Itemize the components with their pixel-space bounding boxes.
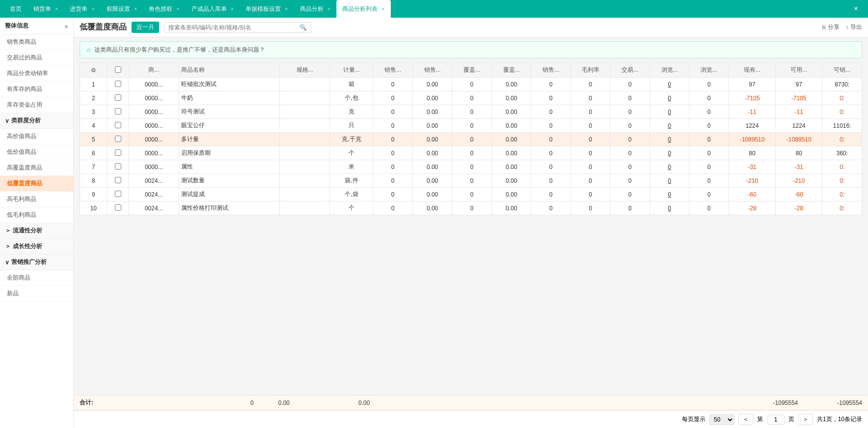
th-salable[interactable]: 可销... — [822, 63, 862, 78]
close-icon[interactable]: × — [134, 0, 137, 18]
export-button[interactable]: ↑ 导出 — [845, 23, 862, 31]
nav-permission-settings[interactable]: 权限设置 × — [101, 0, 143, 18]
row-select-checkbox[interactable] — [115, 122, 121, 128]
sidebar-item-low-coverage[interactable]: 低覆盖度商品 — [0, 176, 73, 192]
share-button[interactable]: ⎘ 分享 — [822, 23, 840, 31]
row-select-checkbox[interactable] — [115, 177, 121, 183]
nav-finished-goods[interactable]: 产成品入库单 × — [186, 0, 240, 18]
row-view1[interactable]: 0 — [650, 188, 689, 201]
sidebar-section-circulation[interactable]: ＞ 流通性分析 — [0, 223, 73, 239]
sidebar-item-traded-goods[interactable]: 交易过的商品 — [0, 50, 73, 66]
sidebar-section-cluster[interactable]: ∨ 类群度分析 — [0, 113, 73, 129]
window-close-button[interactable]: × — [848, 4, 864, 13]
nav-home[interactable]: 首页 — [4, 0, 27, 18]
row-checkbox[interactable] — [107, 188, 129, 201]
sidebar-item-all-goods[interactable]: 全部商品 — [0, 270, 73, 286]
row-view1[interactable]: 0 — [650, 78, 689, 91]
th-view1[interactable]: 浏览... — [650, 63, 689, 78]
close-icon[interactable]: × — [231, 0, 234, 18]
sidebar-item-stock-capital[interactable]: 库存资金占用 — [0, 97, 73, 113]
row-view1[interactable]: 0 — [650, 105, 689, 119]
row-checkbox[interactable] — [107, 105, 129, 119]
row-select-checkbox[interactable] — [115, 81, 121, 87]
sidebar-item-new-goods[interactable]: 新品 — [0, 286, 73, 302]
th-sales-amt[interactable]: 销售... — [412, 63, 452, 78]
col-settings[interactable]: ⚙ — [80, 63, 108, 78]
row-view2: 0 — [689, 174, 729, 188]
th-coverage2[interactable]: 覆盖... — [491, 63, 531, 78]
sidebar-collapse-button[interactable]: « — [64, 22, 68, 30]
th-trans[interactable]: 交易... — [610, 63, 650, 78]
row-select-checkbox[interactable] — [115, 204, 121, 211]
row-select-checkbox[interactable] — [115, 191, 121, 197]
row-view1[interactable]: 0 — [650, 201, 689, 215]
sidebar-item-high-value[interactable]: 高价值商品 — [0, 129, 73, 144]
per-page-select[interactable]: 50 100 200 — [709, 414, 734, 425]
row-select-checkbox[interactable] — [115, 94, 121, 101]
sidebar-item-high-coverage[interactable]: 高覆盖度商品 — [0, 160, 73, 176]
th-margin[interactable]: 毛利率 — [570, 63, 610, 78]
close-icon[interactable]: × — [176, 0, 179, 18]
th-view2[interactable]: 浏览... — [689, 63, 729, 78]
row-select-checkbox[interactable] — [115, 108, 121, 114]
row-select-checkbox[interactable] — [115, 163, 121, 170]
th-unit[interactable]: 计量... — [330, 63, 373, 78]
close-icon[interactable]: × — [285, 0, 288, 18]
th-curr1[interactable]: 现有... — [729, 63, 775, 78]
row-checkbox[interactable] — [107, 146, 129, 160]
settings-icon[interactable]: ⚙ — [91, 67, 96, 74]
nav-goods-analysis[interactable]: 商品分析 × — [294, 0, 336, 18]
row-sales3: 0 — [531, 160, 571, 174]
row-view1[interactable]: 0 — [650, 160, 689, 174]
search-input[interactable] — [168, 24, 298, 31]
row-select-checkbox[interactable] — [115, 136, 121, 142]
nav-purchase-order[interactable]: 进货单 × — [64, 0, 100, 18]
page-number-input[interactable] — [767, 415, 785, 425]
row-select-checkbox[interactable] — [115, 149, 121, 156]
nav-goods-analysis-list[interactable]: 商品分析列表 × — [336, 0, 390, 18]
row-checkbox[interactable] — [107, 119, 129, 133]
sidebar-section-growth[interactable]: ＞ 成长性分析 — [0, 239, 73, 255]
row-view1[interactable]: 0 — [650, 146, 689, 160]
row-view1[interactable]: 0 — [650, 174, 689, 188]
close-icon[interactable]: × — [55, 0, 58, 18]
row-checkbox[interactable] — [107, 174, 129, 188]
nav-role-auth[interactable]: 角色授权 × — [143, 0, 185, 18]
close-icon[interactable]: × — [381, 0, 384, 18]
nav-template-settings[interactable]: 单据模板设置 × — [240, 0, 294, 18]
row-checkbox[interactable] — [107, 160, 129, 174]
sidebar-item-low-value[interactable]: 低价值商品 — [0, 144, 73, 160]
th-avail[interactable]: 可用... — [776, 63, 822, 78]
row-view1[interactable]: 0 — [650, 91, 689, 105]
th-product-name[interactable]: 商品名称 — [179, 63, 280, 78]
row-sku: 0024... — [129, 201, 179, 215]
th-spec[interactable]: 规格... — [280, 63, 330, 78]
th-sales3[interactable]: 销售... — [531, 63, 571, 78]
sidebar-item-low-margin[interactable]: 低毛利商品 — [0, 207, 73, 223]
next-page-button[interactable]: ＞ — [798, 414, 813, 425]
row-checkbox[interactable] — [107, 78, 129, 91]
row-view1[interactable]: 0 — [650, 119, 689, 133]
th-sales-qty[interactable]: 销售... — [373, 63, 413, 78]
row-checkbox[interactable] — [107, 133, 129, 146]
sidebar-item-sales-goods[interactable]: 销售类商品 — [0, 34, 73, 50]
sidebar-item-category-rate[interactable]: 商品分类动销率 — [0, 66, 73, 82]
close-icon[interactable]: × — [91, 0, 94, 18]
row-view1[interactable]: 0 — [650, 133, 689, 146]
row-cov2: 0.00 — [491, 119, 531, 133]
col-check[interactable] — [107, 63, 129, 78]
prev-page-button[interactable]: ＜ — [738, 414, 753, 425]
th-coverage1[interactable]: 覆盖... — [452, 63, 492, 78]
close-icon[interactable]: × — [327, 0, 330, 18]
select-all-checkbox[interactable] — [115, 66, 121, 73]
period-button[interactable]: 近一月 — [132, 22, 159, 33]
search-icon[interactable]: 🔍 — [299, 24, 307, 31]
row-salable: 0: — [822, 174, 862, 188]
row-checkbox[interactable] — [107, 91, 129, 105]
th-sku-code[interactable]: 商... — [129, 63, 179, 78]
nav-sales-order[interactable]: 销货单 × — [27, 0, 64, 18]
sidebar-item-high-margin[interactable]: 高毛利商品 — [0, 192, 73, 207]
sidebar-item-in-stock[interactable]: 有库存的商品 — [0, 82, 73, 97]
row-checkbox[interactable] — [107, 201, 129, 215]
sidebar-section-marketing[interactable]: ∨ 营销推广分析 — [0, 255, 73, 270]
